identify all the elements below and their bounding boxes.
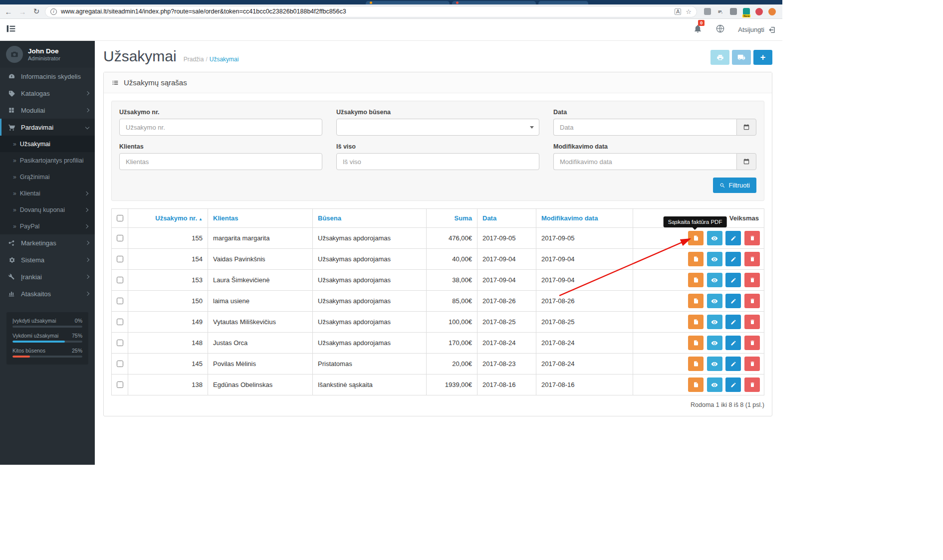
filter-date-input[interactable] <box>553 119 736 136</box>
camera-icon <box>10 50 18 58</box>
edit-order-button[interactable] <box>725 377 741 392</box>
avatar[interactable] <box>6 46 23 63</box>
edit-order-button[interactable] <box>725 357 741 371</box>
sidebar-item-system[interactable]: Sistema <box>0 251 95 268</box>
delete-order-button[interactable] <box>744 231 760 245</box>
pocket-extension-icon[interactable] <box>755 7 763 16</box>
language-button[interactable] <box>715 24 725 35</box>
row-checkbox[interactable] <box>117 319 123 325</box>
invoice-pdf-button[interactable] <box>688 231 704 245</box>
breadcrumb-current-link[interactable]: Užsakymai <box>210 56 239 63</box>
chevron-right-icon <box>84 191 88 195</box>
sort-modified[interactable]: Modifikavimo data <box>541 214 598 222</box>
edit-order-button[interactable] <box>725 231 741 245</box>
sort-total[interactable]: Suma <box>455 214 472 222</box>
filter-customer-input[interactable] <box>119 153 322 170</box>
delete-order-button[interactable] <box>744 315 760 329</box>
browser-tab[interactable] <box>538 1 588 4</box>
invoice-pdf-button[interactable] <box>688 336 704 350</box>
edit-order-button[interactable] <box>725 252 741 266</box>
invoice-pdf-button[interactable] <box>688 315 704 329</box>
sidebar-item-modules[interactable]: Moduliai <box>0 102 95 119</box>
view-order-button[interactable] <box>707 377 722 392</box>
view-order-button[interactable] <box>707 357 722 371</box>
sidebar-item-customers[interactable]: » Klientai <box>0 185 95 201</box>
sort-status[interactable]: Būsena <box>318 214 341 222</box>
browser-tab[interactable] <box>366 1 450 4</box>
invoice-pdf-button[interactable] <box>688 252 704 266</box>
translate-icon[interactable]: A <box>675 8 681 15</box>
filter-order-input[interactable] <box>119 119 322 136</box>
sidebar-item-catalog[interactable]: Katalogas <box>0 85 95 102</box>
date-picker-button[interactable] <box>736 153 756 170</box>
add-order-button[interactable]: + <box>753 50 772 65</box>
delete-order-button[interactable] <box>744 377 760 392</box>
view-order-button[interactable] <box>707 273 722 287</box>
edit-order-button[interactable] <box>725 294 741 308</box>
logout-button[interactable]: Atsijungti <box>738 26 775 34</box>
row-checkbox[interactable] <box>117 381 123 388</box>
sidebar-toggle-icon[interactable] <box>6 24 16 35</box>
bookmark-star-icon[interactable]: ☆ <box>686 8 692 15</box>
date-picker-button[interactable] <box>736 119 756 136</box>
refresh-button[interactable]: ↻ <box>31 7 42 16</box>
filter-status-select[interactable] <box>336 119 539 136</box>
browser-tab-strip[interactable] <box>0 0 782 4</box>
url-bar[interactable]: i www.agregatai.lt/siteadmin14/index.php… <box>45 6 697 17</box>
invoice-pdf-button[interactable] <box>688 273 704 287</box>
row-checkbox[interactable] <box>117 235 123 241</box>
page-info-icon[interactable]: i <box>50 8 57 15</box>
back-button[interactable]: ← <box>3 7 14 16</box>
delete-order-button[interactable] <box>744 252 760 266</box>
invoice-pdf-button[interactable] <box>688 377 704 392</box>
file-pdf-icon <box>693 381 699 388</box>
filter-modified-input[interactable] <box>553 153 736 170</box>
browser-tab[interactable] <box>452 1 536 4</box>
edit-order-button[interactable] <box>725 315 741 329</box>
row-checkbox[interactable] <box>117 361 123 367</box>
sidebar-item-orders[interactable]: » Užsakymai <box>0 136 95 152</box>
row-checkbox[interactable] <box>117 340 123 346</box>
sidebar-item-tools[interactable]: Įrankiai <box>0 268 95 285</box>
row-checkbox[interactable] <box>117 298 123 304</box>
forward-button[interactable]: → <box>17 7 28 16</box>
view-order-button[interactable] <box>707 315 722 329</box>
delete-order-button[interactable] <box>744 336 760 350</box>
filter-button[interactable]: Filtruoti <box>713 178 756 193</box>
print-invoice-button[interactable] <box>710 50 729 65</box>
eyedropper-extension-icon[interactable] <box>703 7 711 16</box>
invoice-pdf-button[interactable] <box>688 357 704 371</box>
delete-order-button[interactable] <box>744 273 760 287</box>
edit-order-button[interactable] <box>725 336 741 350</box>
newsletter-extension-icon[interactable]: New <box>742 7 750 16</box>
sidebar-item-returns[interactable]: » Grąžinimai <box>0 169 95 185</box>
print-shipping-list-button[interactable] <box>732 50 751 65</box>
delete-order-button[interactable] <box>744 294 760 308</box>
invoice-pdf-button[interactable] <box>688 294 704 308</box>
sidebar-item-gift-vouchers[interactable]: » Dovanų kuponai <box>0 201 95 218</box>
delete-order-button[interactable] <box>744 357 760 371</box>
sidebar-item-dashboard[interactable]: Informacinis skydelis <box>0 68 95 85</box>
view-order-button[interactable] <box>707 231 722 245</box>
panel-extension-icon[interactable] <box>729 7 737 16</box>
sidebar-item-marketing[interactable]: Marketingas <box>0 234 95 251</box>
row-checkbox[interactable] <box>117 256 123 262</box>
filter-total-input[interactable] <box>336 153 539 170</box>
view-order-button[interactable] <box>707 252 722 266</box>
sort-customer[interactable]: Klientas <box>213 214 238 222</box>
sidebar-item-sales[interactable]: Pardavimai <box>0 119 95 136</box>
view-order-button[interactable] <box>707 294 722 308</box>
row-checkbox[interactable] <box>117 277 123 283</box>
edit-order-button[interactable] <box>725 273 741 287</box>
ip-extension-icon[interactable]: IP, <box>716 7 724 16</box>
breadcrumb-home-link[interactable]: Pradžia <box>184 56 204 63</box>
view-order-button[interactable] <box>707 336 722 350</box>
sidebar-item-paypal[interactable]: » PayPal <box>0 218 95 234</box>
sort-order-number[interactable]: Užsakymo nr. <box>155 214 197 222</box>
notifications-button[interactable]: 0 <box>693 24 703 35</box>
sidebar-item-reports[interactable]: Ataskaitos <box>0 285 95 302</box>
sidebar-item-recurring-profiles[interactable]: » Pasikartojantys profiliai <box>0 152 95 169</box>
rss-extension-icon[interactable] <box>768 7 776 16</box>
sort-date[interactable]: Data <box>482 214 496 222</box>
select-all-checkbox[interactable] <box>117 215 123 221</box>
